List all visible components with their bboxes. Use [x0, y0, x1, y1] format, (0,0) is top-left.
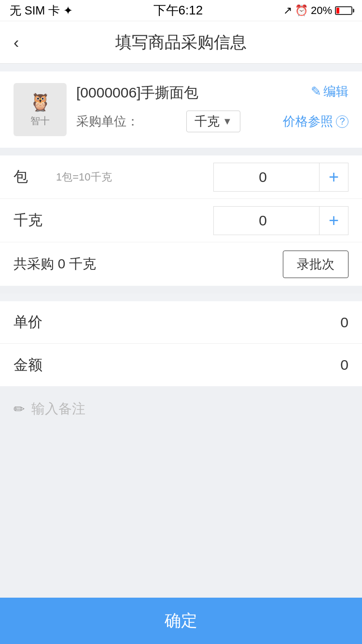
price-section: 单价 0 金额 0: [0, 301, 362, 386]
total-price-label: 金额: [14, 355, 42, 375]
quantity-input-bao[interactable]: 0: [213, 163, 320, 192]
summary-prefix: 共采购: [14, 256, 54, 271]
summary-text: 共采购 0 千克: [14, 255, 96, 273]
unit-select[interactable]: 千克 ▼: [186, 111, 240, 132]
product-card: 🦉 智十 [0000006]手撕面包 ✎ 编辑 采购单位： 千克 ▼ 价格参照 …: [0, 71, 362, 148]
back-button[interactable]: ‹: [14, 33, 19, 52]
quantity-section: 包 1包=10千克 0 + 千克 + 共采购 0 千克 录批次: [0, 155, 362, 286]
status-left: 无 SIM 卡 ✦: [10, 3, 73, 18]
quantity-sub-label-bao: 1包=10千克: [56, 170, 213, 184]
quantity-row-kg: 千克 +: [0, 199, 362, 242]
location-icon: ↗: [283, 4, 292, 17]
status-bar: 无 SIM 卡 ✦ 下午6:12 ↗ ⏰ 20%: [0, 0, 362, 21]
no-sim-text: 无 SIM 卡 ✦: [10, 3, 73, 18]
notes-placeholder: 输入备注: [31, 400, 85, 418]
alarm-icon: ⏰: [295, 4, 308, 17]
unit-value: 千克: [195, 113, 220, 130]
brand-label: 智十: [30, 114, 50, 127]
section-divider-2: [0, 286, 362, 294]
total-price-value: 0: [340, 357, 348, 373]
summary-row: 共采购 0 千克 录批次: [0, 242, 362, 286]
quantity-input-kg[interactable]: [213, 206, 320, 235]
quantity-input-wrap-kg: +: [213, 206, 348, 235]
unit-label: 采购单位：: [76, 113, 139, 130]
status-time: 下午6:12: [153, 2, 203, 19]
pencil-icon: ✏: [14, 401, 25, 417]
unit-price-label: 单价: [14, 312, 42, 332]
batch-button[interactable]: 录批次: [283, 251, 348, 278]
summary-unit: 千克: [69, 256, 96, 271]
empty-area: [0, 432, 362, 625]
notes-section[interactable]: ✏ 输入备注: [0, 386, 362, 432]
product-image: 🦉 智十: [14, 83, 67, 136]
quantity-plus-kg[interactable]: +: [320, 206, 348, 235]
battery-text: 20%: [311, 4, 332, 17]
product-info: [0000006]手撕面包 ✎ 编辑 采购单位： 千克 ▼ 价格参照 ?: [76, 83, 348, 132]
nav-bar: ‹ 填写商品采购信息: [0, 21, 362, 64]
confirm-button[interactable]: 确定: [0, 598, 362, 644]
dropdown-arrow-icon: ▼: [223, 116, 232, 127]
price-ref-label: 价格参照: [283, 113, 333, 130]
quantity-plus-bao[interactable]: +: [320, 163, 348, 192]
summary-value: 0: [58, 256, 66, 271]
price-row-total: 金额 0: [0, 344, 362, 386]
product-name: [0000006]手撕面包: [76, 83, 305, 103]
battery-icon: [335, 6, 352, 15]
product-thumbnail-icon: 🦉: [29, 92, 51, 112]
price-ref-button[interactable]: 价格参照 ?: [283, 113, 348, 130]
quantity-input-wrap-bao: 0 +: [213, 163, 348, 192]
edit-icon: ✎: [311, 84, 321, 99]
section-divider: [0, 148, 362, 155]
edit-button[interactable]: ✎ 编辑: [311, 83, 348, 100]
price-row-unit: 单价 0: [0, 301, 362, 344]
status-right: ↗ ⏰ 20%: [283, 4, 352, 17]
confirm-label: 确定: [165, 610, 197, 632]
quantity-row-bao: 包 1包=10千克 0 +: [0, 155, 362, 199]
quantity-label-bao: 包: [14, 167, 52, 187]
quantity-label-kg: 千克: [14, 210, 52, 230]
help-icon: ?: [336, 115, 348, 128]
page-title: 填写商品采购信息: [115, 31, 247, 54]
edit-label: 编辑: [323, 83, 348, 100]
unit-price-value: 0: [340, 314, 348, 331]
